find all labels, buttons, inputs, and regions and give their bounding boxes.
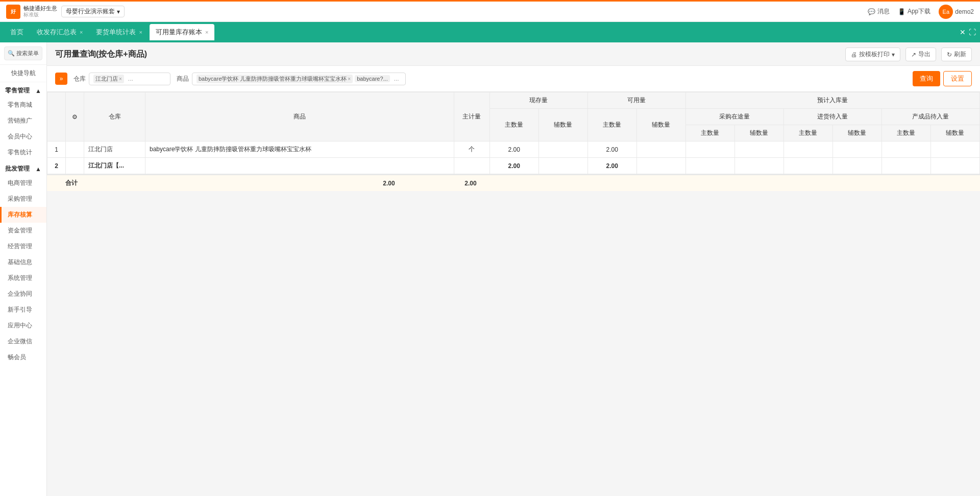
cell-settings-1 — [66, 141, 84, 158]
sidebar-item-ecommerce[interactable]: 电商管理 — [0, 175, 46, 191]
data-table: ⚙ 仓库 商品 主计量 现存量 可用量 预计入库量 主数量 辅数量 主数量 辅数… — [47, 92, 980, 174]
app-download-action[interactable]: 📱 App下载 — [898, 7, 930, 16]
main-layout: 🔍 搜索菜单 快捷导航 零售管理 ▲ 零售商城 营销推广 会员中心 零售统计 批… — [0, 42, 980, 496]
table-footer: 合计 2.00 2.00 — [47, 174, 980, 191]
export-btn[interactable]: ↗ 导出 — [905, 48, 936, 61]
sidebar-item-finance[interactable]: 资金管理 — [0, 223, 46, 239]
cell-unit-2 — [454, 158, 489, 174]
top-header: 好 畅捷通好生意 标准版 母婴行业演示账套 ▾ 💬 消息 📱 App下载 Ea … — [0, 2, 980, 22]
tab-close-receipt[interactable]: × — [80, 29, 83, 35]
th-prod-aux: 辅数量 — [930, 125, 979, 141]
sidebar-item-retail-mall[interactable]: 零售商城 — [0, 97, 46, 113]
sidebar-item-inventory[interactable]: 库存核算 — [0, 207, 46, 223]
page-title: 可用量查询(按仓库+商品) — [55, 49, 147, 60]
th-avail-aux: 辅数量 — [636, 109, 685, 141]
cell-stock-aux-2 — [538, 158, 587, 174]
cell-pur-transit-aux-2 — [734, 158, 783, 174]
product-filter-label: 商品 — [177, 75, 189, 83]
filter-actions: 查询 设置 — [913, 71, 972, 86]
tab-close-available[interactable]: × — [205, 29, 208, 35]
sidebar-item-system[interactable]: 系统管理 — [0, 270, 46, 286]
tab-receipt-summary[interactable]: 收发存汇总表 × — [31, 24, 89, 40]
query-btn[interactable]: 查询 — [913, 71, 940, 86]
refresh-btn[interactable]: ↻ 刷新 — [941, 48, 972, 61]
chevron-down-icon: ▾ — [117, 8, 120, 15]
table-row: 2 江北门店【... 2.00 2.00 — [47, 158, 980, 174]
tab-close-order[interactable]: × — [139, 29, 142, 35]
user-action[interactable]: Ea demo2 — [939, 5, 974, 19]
logo-text: 畅捷通好生意 标准版 — [23, 5, 57, 18]
chevron-print-icon: ▾ — [892, 51, 895, 58]
settings-btn[interactable]: 设置 — [943, 71, 972, 86]
message-icon: 💬 — [868, 8, 875, 15]
th-prod-main: 主数量 — [881, 125, 930, 141]
page-header: 可用量查询(按仓库+商品) 🖨 按模板打印 ▾ ↗ 导出 ↻ 刷新 — [47, 42, 980, 66]
cell-prod-main-1 — [881, 141, 930, 158]
cell-prod-aux-1 — [930, 141, 979, 158]
industry-selector[interactable]: 母婴行业演示账套 ▾ — [61, 6, 125, 17]
sidebar: 🔍 搜索菜单 快捷导航 零售管理 ▲ 零售商城 营销推广 会员中心 零售统计 批… — [0, 42, 47, 496]
sidebar-item-basic[interactable]: 基础信息 — [0, 254, 46, 270]
logo-icon: 好 — [6, 5, 20, 19]
product-more-btn[interactable]: ... — [392, 75, 401, 82]
sidebar-item-wechat[interactable]: 企业微信 — [0, 334, 46, 349]
sidebar-item-appstore[interactable]: 应用中心 — [0, 318, 46, 334]
filter-row: » 仓库 江北门店 × ... 商品 babycare学饮杯 儿童防摔防撞吸管杯… — [47, 66, 980, 92]
sidebar-item-members[interactable]: 会员中心 — [0, 129, 46, 145]
th-forecast-inbound: 预计入库量 — [685, 92, 979, 109]
template-print-btn[interactable]: 🖨 按模板打印 ▾ — [845, 48, 900, 61]
footer-label: 合计 — [51, 179, 92, 187]
th-settings[interactable]: ⚙ — [66, 92, 84, 141]
sidebar-item-member[interactable]: 畅会员 — [0, 349, 46, 365]
sidebar-item-operations[interactable]: 经营管理 — [0, 239, 46, 254]
cell-incoming-aux-2 — [832, 158, 881, 174]
message-action[interactable]: 💬 消息 — [868, 7, 890, 16]
filter-expand-btn[interactable]: » — [55, 73, 67, 85]
cell-warehouse-2: 江北门店【... — [84, 158, 145, 174]
sidebar-item-enterprise[interactable]: 企业协同 — [0, 286, 46, 302]
cell-pur-transit-main-2 — [685, 158, 734, 174]
cell-unit-1: 个 — [454, 141, 489, 158]
product-tag-1-close[interactable]: × — [348, 76, 351, 82]
sidebar-quick-nav[interactable]: 快捷导航 — [0, 65, 46, 82]
sidebar-item-purchase[interactable]: 采购管理 — [0, 191, 46, 207]
nav-tabs: 首页 收发存汇总表 × 要货单统计表 × 可用量库存账本 × ✕ ⛶ — [0, 22, 980, 42]
logo-area: 好 畅捷通好生意 标准版 — [6, 5, 57, 19]
cell-incoming-main-2 — [783, 158, 832, 174]
th-avail-main: 主数量 — [587, 109, 636, 141]
cell-avail-main-2: 2.00 — [587, 158, 636, 174]
close-window-icon[interactable]: ✕ — [960, 28, 966, 36]
th-index — [47, 92, 66, 141]
cell-avail-aux-2 — [636, 158, 685, 174]
th-product: 商品 — [145, 92, 454, 141]
expand-window-icon[interactable]: ⛶ — [969, 28, 976, 36]
table-container[interactable]: ⚙ 仓库 商品 主计量 现存量 可用量 预计入库量 主数量 辅数量 主数量 辅数… — [47, 92, 980, 496]
avatar: Ea — [939, 5, 953, 19]
cell-stock-main-1: 2.00 — [489, 141, 538, 158]
sidebar-item-newuser[interactable]: 新手引导 — [0, 302, 46, 318]
tab-available-stock[interactable]: 可用量库存账本 × — [150, 24, 214, 40]
sidebar-item-marketing[interactable]: 营销推广 — [0, 113, 46, 129]
tab-home[interactable]: 首页 — [4, 24, 30, 40]
product-tag-1: babycare学饮杯 儿童防摔防撞吸管杯重力球吸嘴杯宝宝水杯 × — [197, 75, 353, 83]
cell-warehouse-1: 江北门店 — [84, 141, 145, 158]
footer-stock-main: 2.00 — [369, 180, 409, 187]
sidebar-section-retail[interactable]: 零售管理 ▲ — [0, 82, 46, 97]
cell-avail-aux-1 — [636, 141, 685, 158]
warehouse-filter-box[interactable]: 江北门店 × ... — [89, 73, 170, 85]
th-pur-transit-aux: 辅数量 — [734, 125, 783, 141]
cell-avail-main-1: 2.00 — [587, 141, 636, 158]
product-filter-box[interactable]: babycare学饮杯 儿童防摔防撞吸管杯重力球吸嘴杯宝宝水杯 × babyca… — [192, 73, 406, 85]
th-stock-main: 主数量 — [489, 109, 538, 141]
sidebar-item-retail-stats[interactable]: 零售统计 — [0, 145, 46, 160]
cell-settings-2 — [66, 158, 84, 174]
th-incoming-main: 主数量 — [783, 125, 832, 141]
tab-order-stats[interactable]: 要货单统计表 × — [90, 24, 148, 40]
cell-index-1: 1 — [47, 141, 66, 158]
th-stock-aux: 辅数量 — [538, 109, 587, 141]
warehouse-filter-label: 仓库 — [74, 75, 86, 83]
warehouse-tag-close[interactable]: × — [119, 76, 122, 82]
sidebar-section-wholesale[interactable]: 批发管理 ▲ — [0, 160, 46, 175]
search-menu-btn[interactable]: 🔍 搜索菜单 — [4, 46, 42, 60]
warehouse-more-btn[interactable]: ... — [126, 75, 135, 82]
